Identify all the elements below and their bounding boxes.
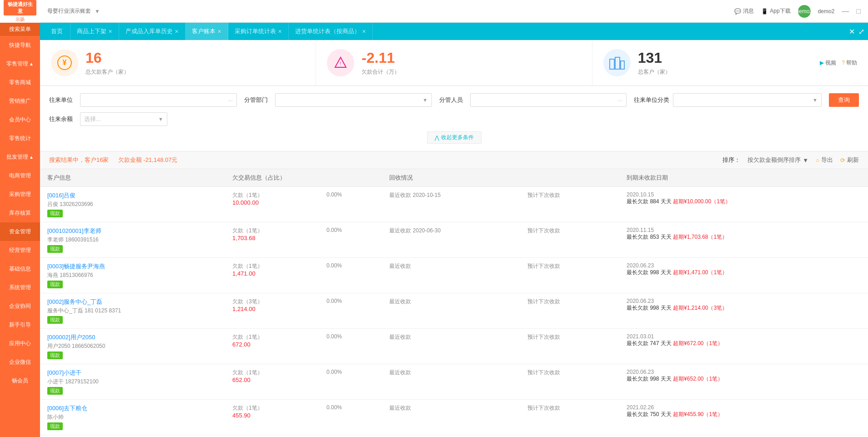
- sidebar-item-member[interactable]: 会员中心: [0, 111, 40, 129]
- sidebar-item-weixin[interactable]: 企业微信: [0, 353, 40, 372]
- sidebar-item-retail-mall[interactable]: 零售商城: [0, 73, 40, 92]
- close-icon[interactable]: ✕: [217, 29, 221, 35]
- close-icon[interactable]: ✕: [278, 29, 282, 35]
- customer-name-link-2[interactable]: [0003]畅捷服务尹海燕: [47, 263, 105, 270]
- collapse-more-btn[interactable]: ⋀ 收起更多条件: [427, 131, 482, 144]
- collapse-label: 收起更多条件: [441, 134, 474, 141]
- svg-rect-6: [621, 61, 624, 69]
- tab-purchase-order-stats[interactable]: 采购订单统计表 ✕: [228, 23, 289, 40]
- sidebar-item-collab[interactable]: 企业协同: [0, 297, 40, 316]
- sidebar-item-appstore[interactable]: 应用中心: [0, 334, 40, 353]
- filter-select-balance[interactable]: 选择... ▼: [80, 112, 167, 126]
- sidebar-item-retail-mgmt[interactable]: 零售管理 ▲: [0, 55, 40, 73]
- tabs-bar: 首页 商品上下架 ✕ 产成品入库单历史 ✕ 客户账本 ✕ 采购订单统计表 ✕ 进…: [40, 23, 868, 40]
- data-table: 客户信息 欠交易信息（占比） 回收情况 到期未收款日期 [0016]吕俊 吕俊 …: [40, 169, 868, 437]
- close-icon[interactable]: ✕: [362, 29, 366, 35]
- debt-count-0: 欠款（1笔）: [232, 191, 312, 199]
- close-icon[interactable]: ✕: [175, 29, 179, 35]
- customer-contact-1: 李老师 18600391516: [47, 236, 218, 244]
- customer-contact-0: 吕俊 13026203696: [47, 201, 218, 208]
- tab-customer-account[interactable]: 客户账本 ✕: [186, 23, 228, 40]
- tabs-close-all-btn[interactable]: ✕: [849, 27, 855, 36]
- overdue-amount-link-4[interactable]: 超期¥672.00（1笔）: [673, 340, 723, 347]
- overdue-amount-link-3[interactable]: 超期¥1,214.00（3笔）: [673, 305, 728, 311]
- cell-debt-info-6: 欠款（1笔） 455.90: [225, 400, 319, 435]
- tab-inbound-stats[interactable]: 进货单统计表（按商品） ✕: [289, 23, 373, 40]
- svg-text:¥: ¥: [63, 59, 67, 66]
- minimize-btn[interactable]: —: [842, 7, 849, 15]
- sidebar-item-vip[interactable]: 畅会员: [0, 372, 40, 390]
- filter-input-person[interactable]: ···: [470, 93, 627, 107]
- maximize-btn[interactable]: □: [856, 7, 861, 15]
- logo-sub: 示肠: [4, 16, 36, 23]
- overdue-amount-link-2[interactable]: 超期¥1,471.00（1笔）: [673, 269, 728, 276]
- sidebar-item-ecommerce[interactable]: 电商管理: [0, 166, 40, 185]
- last-collection-2: 最近收款: [389, 262, 513, 270]
- sidebar-item-capital[interactable]: 资金管理: [0, 222, 40, 241]
- next-collection-1: 预计下次收款: [527, 227, 612, 235]
- tab-home[interactable]: 首页: [44, 23, 70, 40]
- stat-card-right: ▶ 视频 ? 帮助: [820, 59, 857, 67]
- customer-name-link-3[interactable]: [0002]服务中心_丁磊: [47, 298, 102, 305]
- cell-debt-info-2: 欠款（1笔） 1,471.00: [225, 258, 319, 293]
- avatar[interactable]: demo2: [798, 5, 811, 18]
- filter-select-class[interactable]: ▼: [673, 93, 822, 107]
- cell-next-collection-6: 预计下次收款: [520, 400, 619, 435]
- cell-overdue-0: 2020.10.15 最长欠款 884 天天 超期¥10,000.00（1笔）: [619, 187, 868, 222]
- cell-debt-info-1: 欠款（1笔） 1,703.68: [225, 222, 319, 258]
- sidebar-item-marketing[interactable]: 营销推广: [0, 92, 40, 111]
- tab-product-inbound[interactable]: 产成品入库单历史 ✕: [119, 23, 186, 40]
- sidebar-item-retail-stats[interactable]: 零售统计: [0, 129, 40, 148]
- filter-item-class: 往来单位分类 ▼: [634, 93, 822, 107]
- dropdown-icon[interactable]: ▼: [95, 8, 100, 15]
- query-button[interactable]: 查询: [829, 93, 859, 107]
- refresh-btn[interactable]: ⟳ 刷新: [840, 156, 859, 164]
- close-icon[interactable]: ✕: [108, 29, 112, 35]
- filter-select-dept[interactable]: ▼: [275, 93, 432, 107]
- customer-name-link-0[interactable]: [0016]吕俊: [47, 192, 75, 199]
- tab-goods-listing[interactable]: 商品上下架 ✕: [70, 23, 119, 40]
- cell-last-collection-5: 最近收款: [382, 364, 520, 400]
- cell-debt-pct-3: 0.00%: [319, 293, 382, 329]
- overdue-amount-link-0[interactable]: 超期¥10,000.00（1笔）: [673, 198, 731, 205]
- customer-name-link-5[interactable]: [0007]小进干: [47, 369, 81, 376]
- sidebar-search[interactable]: 搜索菜单: [0, 23, 40, 36]
- app-download-btn[interactable]: 📱 App下载: [761, 7, 790, 15]
- chevron-down-icon: ▲: [29, 155, 34, 160]
- sidebar-item-operations[interactable]: 经营管理: [0, 241, 40, 260]
- th-return: 回收情况: [382, 169, 619, 187]
- overdue-amount-link-6[interactable]: 超期¥455.90（1笔）: [673, 411, 723, 417]
- tab-product-inbound-label: 产成品入库单历史: [125, 27, 173, 35]
- chevron-down-icon: ▼: [158, 116, 163, 122]
- top-bar: 母婴行业演示账套 ▼ 💬 消息 📱 App下载 demo2 demo2 — □: [40, 0, 868, 23]
- customer-name-link-4[interactable]: [000002]用户2050: [47, 334, 95, 341]
- export-btn[interactable]: ○ 导出: [816, 156, 833, 164]
- debt-count-2: 欠款（1笔）: [232, 262, 312, 270]
- cell-customer-6: [0006]去下粮仓 陈小帅 现款: [40, 400, 225, 435]
- table-row: [0001020001]李老师 李老师 18600391516 现款 欠款（1笔…: [40, 222, 868, 258]
- table-row: [0003]畅捷服务尹海燕 海燕 18513066976 现款 欠款（1笔） 1…: [40, 258, 868, 293]
- sidebar-item-purchase[interactable]: 采购管理: [0, 185, 40, 204]
- sort-selector[interactable]: 按欠款金额倒序排序 ▼: [748, 156, 808, 164]
- customer-badge-1: 现款: [47, 245, 63, 253]
- overdue-amount-link-5[interactable]: 超期¥652.00（1笔）: [673, 376, 723, 382]
- tabs-expand-btn[interactable]: ⤢: [858, 27, 864, 36]
- sidebar-item-inventory[interactable]: 库存核算: [0, 204, 40, 222]
- overdue-amount-link-1[interactable]: 超期¥1,703.68（1笔）: [673, 234, 728, 240]
- customer-name-link-6[interactable]: [0006]去下粮仓: [47, 405, 87, 412]
- sidebar-item-basic-info[interactable]: 基础信息: [0, 260, 40, 278]
- sidebar-item-wholesale[interactable]: 批发管理 ▲: [0, 148, 40, 166]
- sidebar-item-newbie[interactable]: 新手引导: [0, 316, 40, 334]
- sidebar-item-system[interactable]: 系统管理: [0, 278, 40, 297]
- export-icon: ○: [816, 157, 819, 164]
- customer-name-link-1[interactable]: [0001020001]李老师: [47, 227, 101, 234]
- table-header-row: 客户信息 欠交易信息（占比） 回收情况 到期未收款日期: [40, 169, 868, 187]
- filter-input-unit[interactable]: ···: [80, 93, 237, 107]
- sidebar-item-quicknav[interactable]: 快捷导航: [0, 36, 40, 55]
- industry-label: 母婴行业演示账套: [47, 7, 91, 15]
- message-btn[interactable]: 💬 消息: [734, 7, 754, 15]
- video-btn[interactable]: ▶ 视频: [820, 59, 836, 67]
- debt-pct-3: 0.00%: [326, 298, 375, 304]
- help-btn[interactable]: ? 帮助: [842, 59, 857, 67]
- cell-next-collection-3: 预计下次收款: [520, 293, 619, 329]
